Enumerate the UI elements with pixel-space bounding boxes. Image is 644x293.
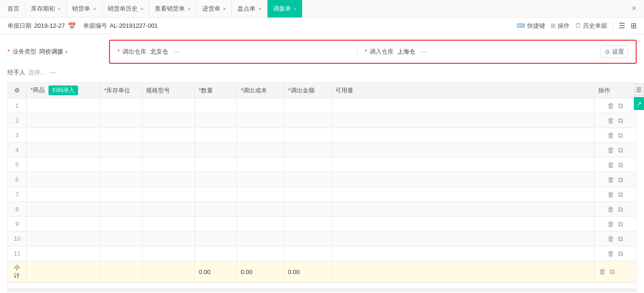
row-spec[interactable]	[142, 172, 195, 187]
row-cost[interactable]	[237, 98, 284, 113]
row-amount[interactable]	[284, 246, 331, 261]
subtotal-delete-icon[interactable]: 🗑	[599, 268, 606, 275]
row-available[interactable]	[331, 246, 594, 261]
row-amount[interactable]	[284, 217, 331, 232]
history-action[interactable]: 🗒 历史单据	[575, 22, 607, 30]
tab-stocktake[interactable]: 盘点单 ×	[232, 0, 267, 18]
row-qty[interactable]	[195, 113, 237, 128]
tab-purchase[interactable]: 进货单 ×	[197, 0, 232, 18]
horizontal-scrollbar[interactable]	[8, 288, 636, 292]
delete-icon[interactable]: 🗑	[608, 146, 614, 154]
row-spec[interactable]	[142, 232, 195, 246]
delete-icon[interactable]: 🗑	[608, 220, 614, 228]
operator-more-btn[interactable]: ···	[50, 68, 56, 77]
delete-icon[interactable]: 🗑	[608, 161, 614, 169]
side-export-btn[interactable]: ↗	[634, 97, 644, 110]
transfer-out-value[interactable]: 北京仓	[150, 48, 168, 56]
row-cost[interactable]	[237, 246, 284, 261]
tab-view-sales[interactable]: 查看销货单 ×	[149, 0, 196, 18]
row-available[interactable]	[331, 217, 594, 232]
tab-transfer[interactable]: 调拨单 ×	[267, 0, 303, 18]
operation-action[interactable]: ⊞ 操作	[551, 22, 570, 30]
copy-icon[interactable]: ⧉	[618, 235, 623, 243]
row-spec[interactable]	[142, 246, 195, 261]
copy-icon[interactable]: ⧉	[618, 146, 623, 154]
row-available[interactable]	[331, 172, 594, 187]
row-available[interactable]	[331, 98, 594, 113]
copy-icon[interactable]: ⧉	[618, 131, 623, 140]
row-amount[interactable]	[284, 187, 331, 202]
row-cost[interactable]	[237, 217, 284, 232]
th-gear[interactable]: ⚙	[8, 83, 27, 98]
row-product[interactable]	[26, 143, 100, 158]
row-qty[interactable]	[195, 143, 237, 158]
row-unit[interactable]	[100, 217, 142, 232]
row-product[interactable]	[26, 113, 100, 128]
row-qty[interactable]	[195, 128, 237, 143]
row-unit[interactable]	[100, 143, 142, 158]
row-spec[interactable]	[142, 128, 195, 143]
delete-icon[interactable]: 🗑	[608, 116, 614, 124]
row-cost[interactable]	[237, 187, 284, 202]
delete-icon[interactable]: 🗑	[608, 235, 614, 243]
row-product[interactable]	[26, 217, 100, 232]
row-unit[interactable]	[100, 172, 142, 187]
tab-view-sales-close[interactable]: ×	[188, 6, 190, 12]
copy-icon[interactable]: ⧉	[618, 250, 623, 258]
row-spec[interactable]	[142, 143, 195, 158]
tab-inventory-init[interactable]: 库存期初 ×	[25, 0, 67, 18]
delete-icon[interactable]: 🗑	[608, 102, 614, 110]
delete-icon[interactable]: 🗑	[608, 205, 614, 213]
row-product[interactable]	[26, 187, 100, 202]
row-spec[interactable]	[142, 113, 195, 128]
scan-button[interactable]: 扫码录入	[49, 85, 78, 95]
row-product[interactable]	[26, 158, 100, 172]
tab-sales-history[interactable]: 销货单历史 ×	[102, 0, 149, 18]
copy-icon[interactable]: ⧉	[618, 205, 623, 214]
settings-button[interactable]: ⚙ 设置	[601, 45, 628, 58]
row-cost[interactable]	[237, 113, 284, 128]
row-available[interactable]	[331, 232, 594, 246]
row-cost[interactable]	[237, 143, 284, 158]
row-cost[interactable]	[237, 158, 284, 172]
row-cost[interactable]	[237, 128, 284, 143]
row-unit[interactable]	[100, 128, 142, 143]
row-cost[interactable]	[237, 172, 284, 187]
row-spec[interactable]	[142, 187, 195, 202]
row-unit[interactable]	[100, 113, 142, 128]
row-available[interactable]	[331, 143, 594, 158]
row-qty[interactable]	[195, 202, 237, 217]
tab-stocktake-close[interactable]: ×	[258, 6, 261, 12]
copy-icon[interactable]: ⧉	[618, 190, 623, 199]
transfer-in-more-btn[interactable]: ···	[421, 48, 427, 56]
row-available[interactable]	[331, 158, 594, 172]
tab-sales-history-close[interactable]: ×	[140, 6, 143, 12]
row-spec[interactable]	[142, 217, 195, 232]
row-amount[interactable]	[284, 113, 331, 128]
quick-key-action[interactable]: ⌨ 快捷键	[516, 22, 545, 30]
row-amount[interactable]	[284, 172, 331, 187]
copy-icon[interactable]: ⧉	[618, 176, 623, 184]
transfer-in-value[interactable]: 上海仓	[397, 48, 415, 56]
row-amount[interactable]	[284, 128, 331, 143]
row-available[interactable]	[331, 113, 594, 128]
delete-icon[interactable]: 🗑	[608, 250, 614, 257]
row-unit[interactable]	[100, 202, 142, 217]
row-spec[interactable]	[142, 98, 195, 113]
row-qty[interactable]	[195, 246, 237, 261]
row-amount[interactable]	[284, 158, 331, 172]
row-product[interactable]	[26, 232, 100, 246]
delete-icon[interactable]: 🗑	[608, 190, 614, 198]
delete-icon[interactable]: 🗑	[608, 131, 614, 139]
row-available[interactable]	[331, 128, 594, 143]
subtotal-copy-icon[interactable]: ⧉	[610, 268, 615, 276]
row-product[interactable]	[26, 98, 100, 113]
tab-home[interactable]: 首页	[4, 0, 25, 18]
row-unit[interactable]	[100, 246, 142, 261]
list-view-action[interactable]: ☰	[619, 21, 625, 30]
row-qty[interactable]	[195, 232, 237, 246]
row-product[interactable]	[26, 246, 100, 261]
copy-icon[interactable]: ⧉	[618, 102, 623, 110]
tab-inventory-init-close[interactable]: ×	[58, 6, 61, 12]
row-qty[interactable]	[195, 158, 237, 172]
